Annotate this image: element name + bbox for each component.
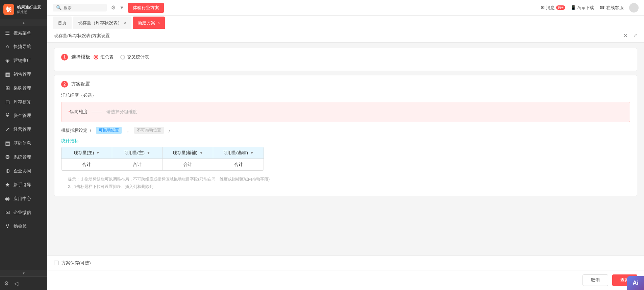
main-area: 🔍 ⚙ ▼ 体验行业方案 ✉ 消息 99+ 📱 App下载 ☎ 在线客服 首 [47, 0, 644, 290]
stats-col-body-1: 合计 [112, 159, 163, 170]
tabbar: 首页 现存量（库存状况表） × 新建方案 × [47, 16, 644, 29]
handshake-icon: ⊕ [4, 168, 11, 174]
step1-section: 1 选择模板 汇总表 交叉统计表 [54, 48, 637, 71]
chevron-down-icon-2[interactable]: ▼ [199, 151, 203, 155]
sidebar-item-sales[interactable]: ▦ 销售管理 [0, 67, 47, 81]
topbar-right: ✉ 消息 99+ 📱 App下载 ☎ 在线客服 [541, 3, 639, 13]
stats-col-header-1[interactable]: 可用量(主) ▼ [112, 147, 163, 159]
tip-2: 2. 点击标题栏下拉可设置排序、插入列和删除列 [68, 183, 630, 191]
not-draggable-label: 不可拖动位置 [134, 127, 164, 134]
search-icon: 🔍 [56, 5, 61, 10]
chevron-down-icon-3[interactable]: ▼ [250, 151, 254, 155]
tab-new-plan-close[interactable]: × [157, 21, 160, 25]
store-icon: ◉ [4, 195, 11, 202]
speaker-icon[interactable]: ◁ [14, 280, 18, 287]
search-input[interactable] [64, 5, 97, 10]
radio-summary-table[interactable]: 汇总表 [94, 54, 114, 60]
save-option-checkbox[interactable] [54, 261, 59, 265]
content-area: 现存量(库存状况表)方案设置 ✕ ⤢ 1 选择模板 汇总表 [47, 29, 644, 270]
sidebar-item-member[interactable]: V 畅会员 [0, 219, 47, 233]
dimension-area[interactable]: * 纵向维度 —— 请选择分组维度 [61, 102, 630, 122]
stats-col-header-0[interactable]: 现存量(主) ▼ [61, 147, 112, 159]
sidebar-item-basic[interactable]: ▤ 基础信息 [0, 136, 47, 150]
step1-header: 1 选择模板 汇总表 交叉统计表 [61, 54, 630, 61]
stats-col-body-3: 合计 [213, 159, 264, 170]
sidebar-item-system[interactable]: ⚙ 系统管理 [0, 150, 47, 164]
user-avatar[interactable] [629, 3, 639, 13]
stats-col-1: 可用量(主) ▼ 合计 [112, 147, 163, 170]
close-panel-button[interactable]: ✕ [623, 32, 628, 39]
chart-icon: ▦ [4, 71, 11, 77]
sidebar-item-search[interactable]: ☰ 搜索菜单 [0, 26, 47, 40]
headset-icon: ☎ [599, 5, 605, 10]
stats-col-body-2: 合计 [163, 159, 213, 170]
step2-header: 2 方案配置 [61, 81, 630, 88]
sidebar-item-marketing[interactable]: ◈ 营销推广 [0, 53, 47, 67]
ai-float-button[interactable]: Ai [627, 276, 644, 290]
sidebar-item-inventory[interactable]: ◻ 库存核算 [0, 95, 47, 109]
sidebar-nav: ☰ 搜索菜单 ⌂ 快捷导航 ◈ 营销推广 ▦ 销售管理 ⊞ 采购管理 ◻ 库存核… [0, 26, 47, 270]
sidebar-scroll-down[interactable]: ▼ [0, 270, 47, 276]
sidebar-item-newbie[interactable]: ★ 新手引导 [0, 178, 47, 192]
sidebar-bottom: ⚙ ◁ [0, 276, 47, 290]
tab-home[interactable]: 首页 [53, 17, 72, 29]
sidebar: 畅 畅康通好生意 标准版 ▲ ☰ 搜索菜单 ⌂ 快捷导航 ◈ 营销推广 ▦ 销售… [0, 0, 47, 290]
settings-icon[interactable]: ⚙ [4, 280, 9, 287]
chevron-down-icon-0[interactable]: ▼ [96, 151, 100, 155]
template-radio-group: 汇总表 交叉统计表 [94, 54, 149, 60]
stats-col-header-2[interactable]: 现存量(基辅) ▼ [163, 147, 213, 159]
sidebar-item-purchase[interactable]: ⊞ 采购管理 [0, 81, 47, 95]
cancel-button[interactable]: 取消 [583, 274, 608, 286]
vip-icon: V [4, 223, 11, 229]
tab-new-plan[interactable]: 新建方案 × [133, 17, 165, 29]
indicator-settings: 模板指标设定（ 可拖动位置 ， 不可拖动位置 ） [61, 127, 630, 134]
logo-icon: 畅 [3, 4, 14, 15]
save-option-bar: 方案保存(可选) [47, 256, 644, 270]
radio-cross-table[interactable]: 交叉统计表 [120, 54, 149, 60]
messages-button[interactable]: ✉ 消息 99+ [541, 5, 565, 11]
app-download-button[interactable]: 📱 App下载 [571, 5, 594, 11]
expand-panel-button[interactable]: ⤢ [633, 32, 637, 39]
indicator-label-text: 模板指标设定（ [61, 127, 92, 134]
sidebar-item-collab[interactable]: ⊕ 企业协同 [0, 164, 47, 178]
stats-col-0: 现存量(主) ▼ 合计 [61, 147, 112, 170]
sidebar-item-appstore[interactable]: ◉ 应用中心 [0, 192, 47, 206]
sidebar-scroll-up[interactable]: ▲ [0, 19, 47, 26]
logo-text: 畅康通好生意 标准版 [17, 4, 41, 15]
content-header: 现存量(库存状况表)方案设置 ✕ ⤢ [47, 29, 644, 43]
box-icon: ◻ [4, 99, 11, 105]
gift-icon: ◈ [4, 57, 11, 64]
tip-1: 提示： 1.拖动标题栏可以调整布局，不可跨维度或指标区域拖动栏目字段(只能在同一… [68, 176, 630, 183]
online-service-button[interactable]: ☎ 在线客服 [599, 5, 624, 11]
draggable-chip: 可拖动位置 [96, 127, 122, 134]
app-logo: 畅 畅康通好生意 标准版 [0, 0, 47, 19]
dim-separator: —— [92, 109, 102, 115]
page-title: 现存量(库存状况表)方案设置 [54, 33, 110, 39]
stats-col-body-0: 合计 [61, 159, 112, 170]
wechat-icon: ✉ [4, 209, 11, 216]
sidebar-item-management[interactable]: ↗ 经营管理 [0, 122, 47, 136]
tab-inventory-close[interactable]: × [124, 21, 126, 25]
dim-field-label: 纵向维度 [70, 109, 88, 115]
sidebar-item-finance[interactable]: ¥ 资金管理 [0, 109, 47, 122]
stats-table-header: 现存量(主) ▼ 合计 可用量(主) ▼ 合计 [61, 147, 264, 170]
tab-inventory[interactable]: 现存量（库存状况表） × [73, 17, 131, 29]
home-icon: ⌂ [4, 44, 11, 50]
topbar-search-box[interactable]: 🔍 [53, 4, 107, 11]
trend-icon: ↗ [4, 126, 11, 132]
dim-label: 汇总维度（必选） [61, 92, 630, 98]
sidebar-item-wechat[interactable]: ✉ 企业微信 [0, 206, 47, 219]
sidebar-item-nav[interactable]: ⌂ 快捷导航 [0, 40, 47, 53]
indicator-comma: ， [126, 127, 130, 134]
radio-cross-indicator [120, 55, 125, 59]
chevron-down-icon-1[interactable]: ▼ [147, 151, 150, 155]
cart-icon: ⊞ [4, 85, 11, 91]
topbar: 🔍 ⚙ ▼ 体验行业方案 ✉ 消息 99+ 📱 App下载 ☎ 在线客服 [47, 0, 644, 16]
dropdown-arrow-icon[interactable]: ▼ [120, 5, 124, 10]
gear-icon: ⚙ [4, 154, 11, 160]
radio-summary-indicator [94, 55, 98, 59]
settings-gear-icon[interactable]: ⚙ [111, 4, 116, 11]
stats-col-header-3[interactable]: 可用量(基辅) ▼ [213, 147, 264, 159]
money-icon: ¥ [4, 113, 11, 119]
industry-solution-button[interactable]: 体验行业方案 [128, 3, 164, 13]
